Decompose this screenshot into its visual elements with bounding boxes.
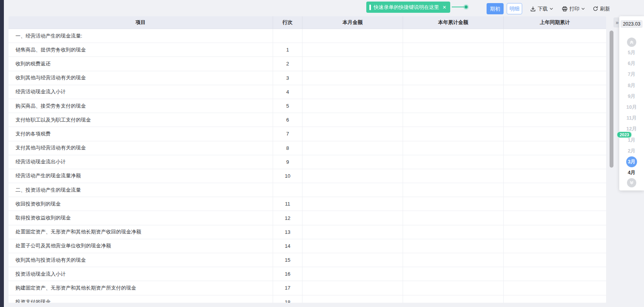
item-cell: 处置子公司及其他营业单位收到的现金净额	[9, 239, 273, 253]
line-number-cell: 2	[273, 57, 302, 70]
download-icon	[530, 6, 536, 12]
ytd-amount-cell	[403, 155, 504, 169]
table-body: 一、经营活动产生的现金流量:销售商品、提供劳务收到的现金1收到的税费返还2收到其…	[9, 29, 606, 303]
download-button[interactable]: 下载	[530, 3, 553, 14]
month-item-7月[interactable]: 7月	[619, 69, 644, 80]
table-row: 购建固定资产、无形资产和其他长期资产所支付的现金17	[9, 281, 606, 295]
month-item-6月[interactable]: 6月	[619, 58, 644, 69]
table-row: 收到其他与经营活动有关的现金3	[9, 71, 606, 85]
month-amount-cell	[302, 99, 403, 113]
month-item-2月[interactable]: 2月	[619, 146, 644, 156]
table-row: 投资活动现金流入小计16	[9, 267, 606, 281]
double-chevron-down-icon	[629, 180, 634, 185]
line-number-cell: 14	[273, 239, 302, 253]
month-item-3月-selected[interactable]: 3月	[619, 156, 644, 167]
item-cell: 处置固定资产、无形资产和其他长期资产收回的现金净额	[9, 225, 273, 239]
month-amount-cell	[302, 113, 403, 127]
prior-amount-cell	[504, 71, 606, 85]
column-header-line: 行次	[273, 16, 302, 29]
beginning-period-button[interactable]: 期初	[487, 3, 504, 14]
vertical-scrollbar[interactable]	[610, 31, 613, 168]
item-cell: 经营活动现金流入小计	[9, 85, 273, 99]
month-item-11月[interactable]: 11月	[619, 113, 644, 123]
print-button[interactable]: 打印	[562, 3, 585, 14]
scroll-down-button[interactable]	[627, 178, 636, 187]
month-amount-cell	[302, 155, 403, 169]
prior-amount-cell	[504, 183, 606, 197]
month-item-10月[interactable]: 10月	[619, 102, 644, 113]
prior-amount-cell	[504, 295, 606, 303]
month-item-9月[interactable]: 9月	[619, 91, 644, 102]
line-number-cell: 15	[273, 253, 302, 267]
item-cell: 取得投资收益收到的现金	[9, 211, 273, 225]
item-cell: 投资活动现金流入小计	[9, 267, 273, 281]
table-row: 支付的各项税费7	[9, 127, 606, 141]
prior-amount-cell	[504, 29, 606, 43]
item-cell: 购买商品、接受劳务支付的现金	[9, 99, 273, 113]
prior-amount-cell	[504, 155, 606, 169]
prior-amount-cell	[504, 43, 606, 57]
item-cell: 收到的税费返还	[9, 57, 273, 70]
table-row: 处置子公司及其他营业单位收到的现金净额14	[9, 239, 606, 253]
tooltip-connector-line	[452, 7, 464, 7]
table-row: 经营活动产生的现金流量净额10	[9, 169, 606, 183]
item-cell: 一、经营活动产生的现金流量:	[9, 29, 273, 43]
ytd-amount-cell	[403, 281, 504, 295]
month-amount-cell	[302, 57, 403, 70]
month-selector-panel: 2023.03 5月6月7月8月9月10月11月12月1月2月3月4月 2023	[619, 16, 644, 190]
prior-amount-cell	[504, 281, 606, 295]
prior-amount-cell	[504, 253, 606, 267]
line-number-cell: 5	[273, 99, 302, 113]
cash-flow-table: 项目 行次 本月金额 本年累计金额 上年同期累计 一、经营活动产生的现金流量:销…	[9, 16, 606, 303]
column-header-prior: 上年同期累计	[504, 16, 606, 29]
table-row: 收到其他与投资活动有关的现金15	[9, 253, 606, 267]
month-item-4月[interactable]: 4月	[619, 167, 644, 178]
ytd-amount-cell	[403, 239, 504, 253]
ytd-amount-cell	[403, 57, 504, 70]
ytd-amount-cell	[403, 113, 504, 127]
table-row: 收回投资收到的现金11	[9, 197, 606, 211]
ytd-amount-cell	[403, 43, 504, 57]
item-cell: 经营活动现金流出小计	[9, 155, 273, 169]
line-number-cell	[273, 183, 302, 197]
line-number-cell: 17	[273, 281, 302, 295]
table-row: 取得投资收益收到的现金12	[9, 211, 606, 225]
ytd-amount-cell	[403, 183, 504, 197]
table-row: 收到的税费返还2	[9, 57, 606, 71]
line-number-cell: 6	[273, 113, 302, 127]
print-label: 打印	[569, 5, 579, 12]
table-row: 经营活动现金流入小计4	[9, 85, 606, 99]
month-amount-cell	[302, 85, 403, 99]
detail-button[interactable]: 明细	[507, 3, 522, 14]
table-row: 二、投资活动产生的现金流量	[9, 183, 606, 197]
prior-amount-cell	[504, 211, 606, 225]
ytd-amount-cell	[403, 267, 504, 281]
ytd-amount-cell	[403, 99, 504, 113]
item-cell: 收到其他与经营活动有关的现金	[9, 71, 273, 85]
line-number-cell: 1	[273, 43, 302, 57]
scroll-up-button[interactable]	[627, 38, 636, 47]
line-number-cell	[273, 29, 302, 43]
refresh-button[interactable]: 刷新	[593, 3, 610, 14]
prior-amount-cell	[504, 267, 606, 281]
month-amount-cell	[302, 239, 403, 253]
item-cell: 收到其他与投资活动有关的现金	[9, 253, 273, 267]
month-amount-cell	[302, 29, 403, 43]
ytd-amount-cell	[403, 225, 504, 239]
month-amount-cell	[302, 267, 403, 281]
month-amount-cell	[302, 225, 403, 239]
prior-amount-cell	[504, 225, 606, 239]
month-item-8月[interactable]: 8月	[619, 80, 644, 91]
close-icon[interactable]: ✕	[442, 5, 446, 10]
ytd-amount-cell	[403, 253, 504, 267]
refresh-label: 刷新	[600, 5, 610, 12]
month-item-5月[interactable]: 5月	[619, 47, 644, 58]
tooltip-text: 快速录单的快捷键说明在这里	[374, 4, 439, 11]
tooltip-marker	[369, 5, 371, 10]
ytd-amount-cell	[403, 197, 504, 211]
selected-period-label: 2023.03	[620, 20, 642, 28]
line-number-cell: 11	[273, 197, 302, 211]
prior-amount-cell	[504, 99, 606, 113]
table-row: 经营活动现金流出小计9	[9, 155, 606, 169]
item-cell: 支付给职工以及为职工支付的现金	[9, 113, 273, 127]
